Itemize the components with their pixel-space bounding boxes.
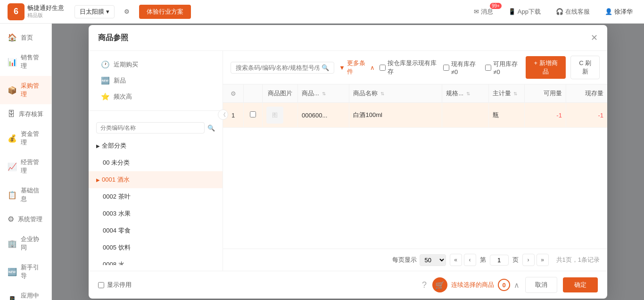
next-page-button[interactable]: ›	[522, 254, 535, 266]
category-0005[interactable]: 0005 饮料	[89, 239, 223, 256]
filter-icon: ▼	[339, 64, 345, 71]
search-icon[interactable]: 🔍	[207, 125, 215, 132]
finance-icon: 💰	[8, 134, 17, 143]
category-0004[interactable]: 0004 零食	[89, 222, 223, 239]
product-search-input[interactable]	[236, 64, 320, 71]
top-nav: 6 畅捷通好生意 精品版 日太阳膜 ▾ ⚙ 体验行业方案 ✉ 消息 99 📱 A…	[0, 0, 644, 24]
page-navigation: « ‹ 第 页 › »	[450, 254, 549, 266]
cart-area: 🛒 连续选择的商品 0 ∧	[432, 277, 520, 292]
store-selector[interactable]: 日太阳膜 ▾	[74, 5, 115, 18]
sidebar-item-home[interactable]: 🏠 首页	[0, 27, 51, 48]
sidebar-item-inventory[interactable]: 🗄 库存核算	[0, 104, 51, 124]
product-table-container: ⚙ 商品图片 商品... ⇅	[223, 84, 607, 249]
page-label: 第	[480, 256, 486, 264]
sidebar-item-sales[interactable]: 📊 销售管理	[0, 48, 51, 76]
sidebar-item-apps[interactable]: 📱 应用中心	[0, 286, 51, 300]
row-checkbox-cell[interactable]	[244, 103, 262, 128]
show-stock-checkbox-label[interactable]: 按仓库显示现有库存	[380, 59, 437, 76]
sidebar-item-purchase[interactable]: 📦 采购管理	[0, 76, 51, 104]
sidebar-item-operation[interactable]: 📈 经营管理	[0, 152, 51, 181]
col-spec-header[interactable]: 规格... ⇅	[442, 84, 488, 103]
user-icon: 👤	[605, 8, 612, 15]
row-image-cell: 图	[262, 103, 297, 128]
more-filter-button[interactable]: ▼ 更多条件 ∧	[339, 59, 375, 76]
sidebar-item-finance[interactable]: 💰 资金管理	[0, 124, 51, 152]
inventory-icon: 🗄	[8, 110, 15, 118]
first-page-button[interactable]: «	[450, 254, 462, 266]
table-row[interactable]: 1 图 000600...	[223, 103, 607, 128]
has-stock-checkbox[interactable]	[443, 65, 449, 71]
operation-icon: 📈	[8, 162, 17, 171]
category-0002[interactable]: 0002 茶叶	[89, 188, 223, 205]
category-all[interactable]: ▶ 全部分类	[89, 137, 223, 154]
nav-right: ✉ 消息 99 📱 App下载 🎧 在线客服 👤 徐泽华	[470, 6, 636, 18]
col-settings[interactable]: ⚙	[223, 84, 244, 103]
home-icon: 🏠	[8, 33, 17, 42]
online-service-button[interactable]: 🎧 在线客服	[552, 6, 594, 18]
refresh-button[interactable]: C 刷新	[570, 56, 600, 79]
logo-text: 畅捷通好生意	[27, 4, 64, 12]
category-0008[interactable]: 0008 水	[89, 256, 223, 265]
category-0001[interactable]: ▶ 0001 酒水	[89, 171, 223, 188]
category-list: ▶ 全部分类 00 未分类 ▶ 0001 酒水 0002 茶叶	[89, 137, 223, 265]
per-page-selector: 每页显示 10 20 50 100	[392, 254, 446, 266]
footer-right: ? 🛒 连续选择的商品 0 ∧ 取消 确定	[422, 277, 598, 293]
help-icon[interactable]: ?	[422, 280, 427, 290]
pagination: 每页显示 10 20 50 100 « ‹ 第	[223, 249, 607, 271]
app-download-button[interactable]: 📱 App下载	[504, 6, 545, 18]
sidebar-item-basic[interactable]: 📋 基础信息	[0, 181, 51, 209]
row-unit-cell: 瓶	[488, 103, 525, 128]
col-name-header[interactable]: 商品名称 ⇅	[349, 84, 442, 103]
row-available-cell: -1	[525, 103, 566, 128]
page-number-input[interactable]	[490, 255, 509, 266]
show-disabled-checkbox[interactable]	[98, 282, 104, 288]
last-page-button[interactable]: »	[537, 254, 549, 266]
show-stock-checkbox[interactable]	[380, 65, 386, 71]
available-stock-checkbox-label[interactable]: 可用库存≠0	[485, 60, 520, 75]
logo-icon: 6	[8, 3, 25, 20]
message-button[interactable]: ✉ 消息 99	[470, 6, 497, 18]
modal-footer: 显示停用 ? 🛒 连续选择的商品 0 ∧ 取消 确定	[89, 271, 607, 299]
quick-link-recent[interactable]: 🕐 近期购买	[96, 57, 215, 73]
gear-button[interactable]: ⚙	[120, 6, 133, 17]
sidebar: 🏠 首页 📊 销售管理 📦 采购管理 🗄 库存核算 💰 资金管理 📈 经营管理 …	[0, 24, 52, 300]
sort-spec-icon: ⇅	[466, 91, 470, 96]
prev-page-button[interactable]: ‹	[464, 254, 476, 266]
row-name-cell: 白酒100ml	[349, 103, 442, 128]
quick-link-frequent[interactable]: ⭐ 频次高	[96, 89, 215, 105]
collapse-left-button[interactable]: 《	[218, 109, 228, 120]
available-stock-checkbox[interactable]	[485, 65, 491, 71]
sidebar-item-system[interactable]: ⚙ 系统管理	[0, 209, 51, 229]
col-unit-header[interactable]: 主计量 ⇅	[488, 84, 525, 103]
sidebar-item-guide[interactable]: 🆕 新手引导	[0, 258, 51, 286]
arrow-icon: ▶	[96, 143, 100, 149]
row-stock-cell: -1	[566, 103, 607, 128]
message-icon: ✉	[474, 8, 479, 15]
col-code-header[interactable]: 商品... ⇅	[298, 84, 349, 103]
left-search: 🔍	[89, 118, 223, 137]
trial-button[interactable]: 体验行业方案	[139, 5, 191, 19]
user-avatar[interactable]: 👤 徐泽华	[601, 6, 636, 18]
cart-icon[interactable]: 🛒	[432, 277, 447, 292]
confirm-button[interactable]: 确定	[563, 277, 598, 292]
category-uncategorized[interactable]: 00 未分类	[89, 154, 223, 171]
category-0003[interactable]: 0003 水果	[89, 205, 223, 222]
app-icon: 📱	[508, 8, 516, 15]
per-page-select[interactable]: 10 20 50 100	[420, 254, 446, 266]
modal-close-button[interactable]: ✕	[591, 33, 598, 43]
gear-icon: ⚙	[124, 8, 130, 15]
add-product-button[interactable]: + 新增商品	[526, 56, 566, 79]
quick-link-new[interactable]: 🆕 新品	[96, 73, 215, 89]
category-search-input[interactable]	[96, 122, 205, 133]
sort-code-icon: ⇅	[322, 91, 326, 96]
toolbar: 🔍 ▼ 更多条件 ∧ 按仓库显示现有库存	[223, 51, 607, 84]
has-stock-checkbox-label[interactable]: 现有库存≠0	[443, 60, 479, 75]
product-thumbnail: 图	[266, 107, 283, 124]
up-arrow-icon[interactable]: ∧	[514, 281, 520, 290]
sidebar-item-enterprise[interactable]: 🏢 企业协同	[0, 229, 51, 258]
chevron-up-icon: ∧	[370, 64, 375, 71]
purchase-icon: 📦	[8, 86, 17, 95]
row-checkbox[interactable]	[250, 111, 256, 117]
search-submit-icon[interactable]: 🔍	[322, 64, 329, 71]
cancel-button[interactable]: 取消	[525, 277, 557, 293]
